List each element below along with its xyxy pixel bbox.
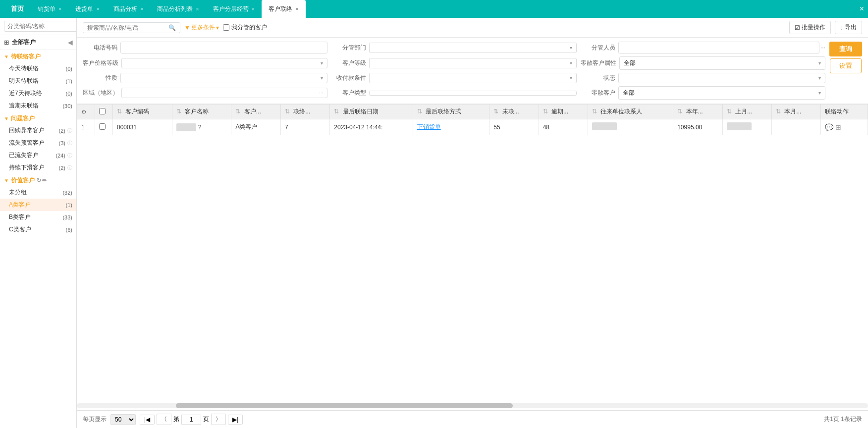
- filter-manager: 分管人员 ···: [581, 42, 825, 54]
- sidebar-item-overdue[interactable]: 逾期未联络 (30): [0, 100, 76, 112]
- query-button-group: 查询 设置: [829, 42, 862, 100]
- filter-search-icon[interactable]: 🔍: [168, 24, 176, 31]
- close-app-button[interactable]: ×: [860, 4, 864, 13]
- status-select[interactable]: ▾: [618, 73, 825, 83]
- col-contact-count[interactable]: ⇅ 联络...: [280, 105, 329, 119]
- close-purchase-tab[interactable]: ×: [96, 6, 99, 12]
- close-product-analysis-tab[interactable]: ×: [140, 6, 143, 12]
- sidebar-item-7days[interactable]: 近7天待联络 (0): [0, 87, 76, 100]
- filter-customer-level: 客户等级 ▾: [331, 58, 576, 68]
- nav-home[interactable]: 首页: [4, 0, 31, 18]
- page-number-input[interactable]: [181, 415, 201, 425]
- row-uncontacted: 55: [489, 119, 539, 135]
- batch-operation-button[interactable]: ☑ 批量操作: [789, 21, 831, 34]
- my-customer-checkbox[interactable]: [223, 24, 229, 31]
- col-last-method[interactable]: ⇅ 最后联络方式: [413, 105, 489, 119]
- col-code[interactable]: ⇅ 客户编码: [113, 105, 172, 119]
- close-customer-contact-tab[interactable]: ×: [295, 6, 298, 12]
- chevron-down-icon4: ▾: [570, 60, 572, 66]
- row-this-year: 10995.00: [673, 119, 722, 135]
- department-select[interactable]: ▾: [369, 43, 576, 53]
- phone-input[interactable]: [120, 42, 327, 54]
- col-name[interactable]: ⇅ 客户名称: [172, 105, 231, 119]
- sidebar-item-declining[interactable]: 持续下滑客户 (2) ⓘ: [0, 161, 76, 174]
- retail-select[interactable]: 全部 ▾: [618, 86, 825, 100]
- sidebar-all-customers[interactable]: ⊞ 全部客户 ◀: [0, 35, 76, 50]
- nav-customer-tier[interactable]: 客户分层经营 ×: [206, 0, 262, 18]
- last-method-link[interactable]: 下销货单: [417, 123, 441, 130]
- row-checkbox-cell: [95, 119, 113, 135]
- filter-search-box: 🔍: [83, 22, 180, 33]
- sort-icon8: ⇅: [543, 108, 548, 115]
- main-layout: 🔍 ⊞ 全部客户 ◀ ▼ 待联络客户 今天待联络 (0) 明天待联络 (1) 近…: [0, 18, 868, 428]
- sidebar: 🔍 ⊞ 全部客户 ◀ ▼ 待联络客户 今天待联络 (0) 明天待联络 (1) 近…: [0, 18, 77, 428]
- col-last-date[interactable]: ⇅ 最后联络日期: [330, 105, 413, 119]
- nav-product-list[interactable]: 商品分析列表 ×: [150, 0, 206, 18]
- table-settings-icon[interactable]: ⚙: [81, 108, 87, 115]
- col-checkbox: [95, 105, 113, 119]
- refresh-icon[interactable]: ↻: [37, 177, 41, 184]
- first-page-button[interactable]: |◀: [140, 415, 155, 425]
- nav-sales[interactable]: 销货单 ×: [31, 0, 68, 18]
- sidebar-item-tomorrow[interactable]: 明天待联络 (1): [0, 75, 76, 87]
- settings-button[interactable]: 设置: [830, 58, 862, 73]
- my-customer-checkbox-area[interactable]: 我分管的客户: [223, 23, 267, 32]
- export-button[interactable]: ↓ 导出: [835, 21, 862, 34]
- sidebar-item-churned[interactable]: 已流失客户 (24) ⓘ: [0, 149, 76, 161]
- row-checkbox[interactable]: [99, 123, 106, 130]
- col-company-contact[interactable]: ⇅ 往来单位联系人: [588, 105, 673, 119]
- prev-page-button[interactable]: 〈: [157, 414, 171, 425]
- sidebar-item-b-class[interactable]: B类客户 (33): [0, 211, 76, 223]
- filter-search-input[interactable]: [87, 24, 166, 31]
- edit-icon[interactable]: ✏: [42, 177, 47, 184]
- nav-product-analysis[interactable]: 商品分析 ×: [107, 0, 150, 18]
- chat-action-icon[interactable]: 💬: [825, 123, 833, 131]
- per-page-select[interactable]: 50 20 100: [110, 414, 136, 425]
- chevron-down-icon: ▾: [216, 24, 219, 31]
- sidebar-item-a-class[interactable]: A类客户 (1): [0, 199, 76, 211]
- row-company-contact: [588, 119, 673, 135]
- sidebar-item-repurchase-abnormal[interactable]: 回购异常客户 (2) ⓘ: [0, 124, 76, 137]
- qr-action-icon[interactable]: ⊞: [835, 123, 841, 131]
- region-select[interactable]: ···: [121, 88, 327, 98]
- select-all-checkbox[interactable]: [99, 108, 106, 114]
- sidebar-search-input[interactable]: [4, 21, 77, 32]
- last-page-button[interactable]: ▶|: [228, 415, 243, 425]
- price-level-select[interactable]: ▾: [121, 58, 327, 68]
- col-last-month[interactable]: ⇅ 上月...: [722, 105, 771, 119]
- scrollbar-thumb[interactable]: [176, 403, 513, 408]
- more-filter-btn[interactable]: ▼ 更多条件 ▾: [184, 23, 219, 32]
- sort-icon11: ⇅: [727, 108, 732, 115]
- horizontal-scrollbar: [77, 401, 868, 410]
- manager-input[interactable]: [618, 42, 819, 54]
- col-uncontacted[interactable]: ⇅ 未联...: [489, 105, 539, 119]
- col-this-month[interactable]: ⇅ 本月...: [772, 105, 821, 119]
- sidebar-item-today[interactable]: 今天待联络 (0): [0, 62, 76, 75]
- batch-icon: ☑: [795, 24, 800, 31]
- close-product-list-tab[interactable]: ×: [196, 6, 199, 12]
- sidebar-group-pending[interactable]: ▼ 待联络客户: [0, 50, 76, 62]
- sidebar-item-ungrouped[interactable]: 未分组 (32): [0, 186, 76, 199]
- query-button[interactable]: 查询: [829, 42, 862, 56]
- total-info: 共1页 1条记录: [824, 415, 862, 424]
- col-type[interactable]: ⇅ 客户...: [231, 105, 280, 119]
- customer-level-select[interactable]: ▾: [369, 58, 576, 68]
- sidebar-group-value[interactable]: ▼ 价值客户 ↻ ✏: [0, 174, 76, 186]
- close-customer-tier-tab[interactable]: ×: [252, 6, 255, 12]
- manager-dots-icon[interactable]: ···: [820, 44, 825, 51]
- sidebar-item-churn-warning[interactable]: 流失预警客户 (3) ⓘ: [0, 137, 76, 149]
- filter-phone: 电话号码: [83, 42, 327, 54]
- sidebar-item-c-class[interactable]: C类客户 (6): [0, 223, 76, 236]
- customer-type-select[interactable]: [369, 91, 576, 96]
- close-sales-tab[interactable]: ×: [58, 6, 61, 12]
- sidebar-group-problem[interactable]: ▼ 问题客户: [0, 112, 76, 124]
- nature-select[interactable]: ▾: [120, 73, 327, 83]
- next-page-button[interactable]: 〉: [211, 414, 226, 425]
- nav-customer-contact[interactable]: 客户联络 ×: [262, 0, 305, 18]
- payment-select[interactable]: ▾: [369, 73, 576, 83]
- col-this-year[interactable]: ⇅ 本年...: [673, 105, 722, 119]
- col-overdue[interactable]: ⇅ 逾期...: [539, 105, 588, 119]
- retail-attr-select[interactable]: 全部 ▾: [619, 56, 825, 70]
- page-label: 第: [173, 415, 179, 424]
- nav-purchase[interactable]: 进货单 ×: [68, 0, 106, 18]
